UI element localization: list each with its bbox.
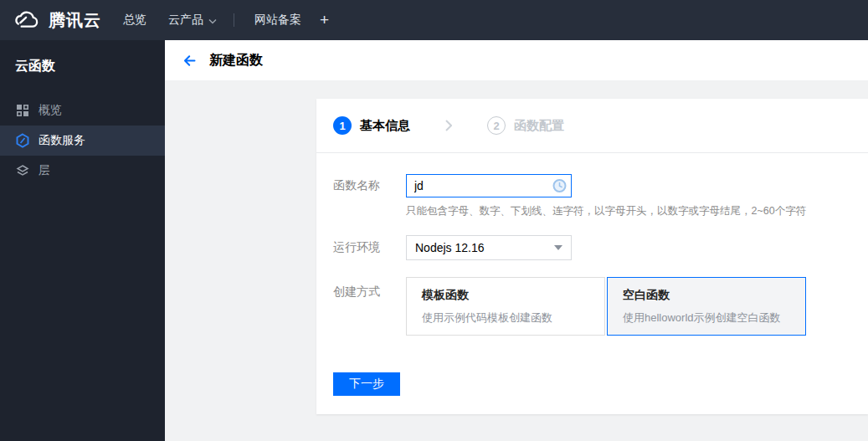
step-chevron-icon	[445, 120, 452, 131]
content-area: 1 基本信息 2 函数配置 函数名称	[165, 80, 868, 441]
nav-divider	[234, 13, 234, 27]
method-card-desc: 使用示例代码模板创建函数	[422, 310, 589, 326]
function-name-input-wrap	[406, 174, 572, 197]
sidebar-item-function-service[interactable]: 函数服务	[0, 126, 165, 156]
nav-item-cloud-products[interactable]: 云产品	[168, 13, 217, 28]
page-header: 新建函数	[165, 40, 868, 80]
sidebar-title: 云函数	[0, 40, 165, 95]
grid-icon	[15, 103, 30, 118]
runtime-row: 运行环境 Nodejs 12.16	[333, 235, 851, 260]
sidebar-item-overview[interactable]: 概览	[0, 95, 165, 126]
brand-name: 腾讯云	[49, 9, 101, 32]
nav-item-cloud-products-label: 云产品	[168, 13, 203, 28]
step-2-circle: 2	[487, 116, 506, 135]
validating-clock-icon	[552, 179, 567, 193]
function-name-control: 只能包含字母、数字、下划线、连字符，以字母开头，以数字或字母结尾，2~60个字符	[406, 174, 806, 218]
page-title: 新建函数	[209, 52, 263, 69]
nav-item-overview[interactable]: 总览	[123, 13, 146, 28]
method-card-title: 模板函数	[422, 288, 589, 303]
back-arrow-icon[interactable]	[182, 54, 197, 68]
function-name-hint: 只能包含字母、数字、下划线、连字符，以字母开头，以数字或字母结尾，2~60个字符	[406, 204, 806, 218]
sidebar: 云函数 概览 函数服务 层	[0, 40, 165, 441]
layers-icon	[15, 163, 30, 178]
chevron-down-icon	[208, 18, 217, 24]
function-name-row: 函数名称 只能包含字母、数字、下划线、连字符，以字母开头，以数字或字母结尾，2~…	[333, 174, 851, 218]
tencent-cloud-brand[interactable]: 腾讯云	[12, 9, 101, 32]
basic-info-form: 函数名称 只能包含字母、数字、下划线、连字符，以字母开头，以数字或字母结尾，2~…	[316, 153, 868, 396]
function-name-label: 函数名称	[333, 174, 389, 197]
method-card-blank-function[interactable]: 空白函数 使用helloworld示例创建空白函数	[607, 277, 806, 336]
nav-item-icp-filing[interactable]: 网站备案	[254, 13, 301, 28]
sidebar-item-layers[interactable]: 层	[0, 156, 165, 186]
step-indicator: 1 基本信息 2 函数配置	[316, 99, 868, 153]
next-step-button[interactable]: 下一步	[333, 372, 400, 396]
sidebar-item-label: 概览	[39, 103, 62, 118]
runtime-label: 运行环境	[333, 235, 389, 260]
creation-method-row: 创建方式 模板函数 使用示例代码模板创建函数 空白函数 使用helloworld…	[333, 277, 851, 336]
top-navbar: 腾讯云 总览 云产品 网站备案 +	[0, 0, 868, 40]
function-hexagon-icon	[15, 133, 30, 148]
function-name-input[interactable]	[407, 175, 571, 197]
step-1-circle: 1	[333, 116, 352, 135]
step-1-label: 基本信息	[360, 118, 410, 134]
runtime-select[interactable]: Nodejs 12.16	[406, 235, 572, 260]
step-2-label: 函数配置	[514, 118, 564, 134]
method-card-desc: 使用helloworld示例创建空白函数	[623, 310, 790, 326]
sidebar-item-label: 层	[39, 163, 50, 178]
create-function-card: 1 基本信息 2 函数配置 函数名称	[316, 99, 868, 414]
select-caret-icon	[554, 245, 562, 250]
creation-method-options: 模板函数 使用示例代码模板创建函数 空白函数 使用helloworld示例创建空…	[406, 277, 806, 336]
method-card-title: 空白函数	[623, 288, 790, 303]
top-nav-menu: 总览 云产品 网站备案 +	[123, 11, 329, 29]
cloud-logo-icon	[12, 10, 42, 30]
method-card-template-function[interactable]: 模板函数 使用示例代码模板创建函数	[406, 277, 605, 336]
creation-method-label: 创建方式	[333, 277, 389, 300]
runtime-selected-value: Nodejs 12.16	[415, 241, 485, 254]
nav-add-tab-button[interactable]: +	[320, 11, 329, 29]
sidebar-item-label: 函数服务	[39, 133, 85, 148]
